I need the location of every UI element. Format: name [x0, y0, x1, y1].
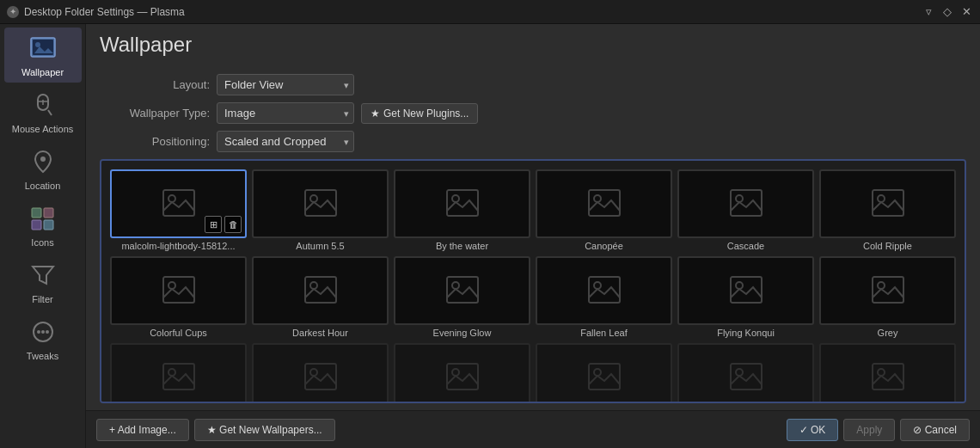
wallpaper-item[interactable]: By the water — [392, 168, 532, 253]
bottom-left-actions: + Add Image... ★ Get New Wallpapers... — [96, 419, 335, 441]
sidebar-item-wallpaper-label: Wallpaper — [21, 67, 64, 77]
page-title: Wallpaper — [86, 24, 980, 60]
bottom-bar: + Add Image... ★ Get New Wallpapers... ✓… — [86, 410, 980, 448]
ok-button[interactable]: ✓ OK — [787, 419, 839, 441]
svg-rect-24 — [589, 190, 620, 216]
wallpaper-thumb-inner — [821, 345, 954, 403]
wallpaper-icon — [28, 33, 58, 64]
wallpaper-item[interactable]: ⊞ 🗑 malcolm-lightbody-15812... — [108, 168, 248, 253]
wallpaper-name: Cold Ripple — [819, 241, 956, 251]
svg-rect-44 — [305, 364, 336, 390]
svg-point-8 — [40, 156, 46, 162]
title-bar-left: ✦ Desktop Folder Settings — Plasma — [7, 6, 185, 18]
wallpaper-item[interactable]: Flying Konqui — [676, 255, 816, 340]
positioning-row: Positioning: Scaled and Cropped Scaled C… — [107, 131, 959, 152]
wallpaper-item[interactable] — [534, 341, 674, 403]
get-plugins-button[interactable]: ★ Get New Plugins... — [361, 103, 478, 124]
sidebar-item-mouse-actions[interactable]: Mouse Actions — [4, 84, 82, 139]
get-wallpapers-button[interactable]: ★ Get New Wallpapers... — [194, 419, 335, 441]
title-bar-text: Desktop Folder Settings — Plasma — [24, 6, 185, 18]
wallpaper-thumb-inner — [537, 171, 671, 236]
wallpaper-item[interactable]: Canopée — [534, 168, 674, 253]
wallpaper-type-select[interactable]: Image Color Slideshow — [217, 102, 354, 124]
svg-rect-26 — [731, 190, 762, 216]
layout-select[interactable]: Folder View Desktop — [217, 74, 354, 95]
wallpaper-item[interactable]: Cold Ripple — [818, 168, 958, 253]
wallpaper-item[interactable] — [392, 341, 532, 403]
thumb-configure-icon[interactable]: ⊞ — [205, 216, 222, 233]
wallpaper-item[interactable]: Evening Glow — [392, 255, 532, 340]
maximize-button[interactable]: ◇ — [940, 5, 954, 19]
sidebar-item-wallpaper[interactable]: Wallpaper — [4, 28, 82, 83]
wallpaper-thumb-inner — [821, 258, 954, 323]
tweaks-icon — [28, 316, 58, 347]
wallpaper-thumb-inner — [254, 171, 387, 236]
wallpaper-name: malcolm-lightbody-15812... — [110, 241, 247, 251]
wallpaper-thumb-inner — [679, 345, 812, 403]
svg-rect-40 — [873, 277, 903, 303]
wallpaper-item[interactable]: Grey — [818, 255, 958, 340]
wallpaper-thumb-inner — [112, 258, 245, 323]
wallpaper-item[interactable] — [676, 341, 816, 403]
wallpaper-item[interactable] — [818, 341, 958, 403]
wallpaper-thumb-inner — [254, 258, 387, 323]
wallpaper-thumb-inner — [821, 171, 954, 236]
minimize-button[interactable]: ▿ — [922, 5, 935, 19]
svg-rect-52 — [873, 364, 903, 390]
wallpaper-name: Cascade — [677, 241, 814, 251]
add-image-label: + Add Image... — [109, 424, 176, 436]
close-button[interactable]: ✕ — [959, 5, 973, 19]
wallpaper-name: Autumn 5.5 — [252, 241, 389, 251]
wallpaper-item[interactable] — [250, 341, 390, 403]
positioning-select-wrapper: Scaled and Cropped Scaled Cropped Center… — [217, 131, 354, 152]
wallpaper-item[interactable]: Colorful Cups — [108, 255, 248, 340]
wallpaper-grid-area: ⊞ 🗑 malcolm-lightbody-15812... Autumn 5.… — [100, 159, 966, 403]
add-image-button[interactable]: + Add Image... — [96, 419, 189, 441]
wallpaper-thumb-inner — [537, 345, 671, 403]
svg-rect-42 — [163, 364, 194, 390]
wallpaper-thumb-inner — [254, 345, 387, 403]
sidebar-item-icons-label: Icons — [31, 237, 53, 248]
cancel-label: ⊘ Cancel — [913, 424, 957, 436]
wallpaper-thumbnail — [677, 256, 814, 325]
wallpaper-thumbnail — [536, 256, 672, 325]
svg-rect-18 — [163, 190, 194, 216]
wallpaper-thumbnail — [394, 343, 530, 403]
wallpaper-item[interactable]: Cascade — [676, 168, 816, 253]
layout-row: Layout: Folder View Desktop — [107, 74, 959, 95]
wallpaper-thumbnail — [536, 169, 672, 238]
title-bar-controls[interactable]: ▿ ◇ ✕ — [922, 5, 973, 19]
location-icon — [28, 146, 58, 177]
icons-icon — [28, 203, 58, 234]
wallpaper-name: Flying Konqui — [677, 328, 814, 338]
sidebar-item-location[interactable]: Location — [4, 141, 82, 196]
sidebar-item-tweaks-label: Tweaks — [27, 351, 58, 361]
wallpaper-item[interactable]: Fallen Leaf — [534, 255, 674, 340]
svg-rect-9 — [32, 208, 41, 218]
svg-line-7 — [48, 110, 52, 115]
sidebar-item-filter[interactable]: Filter — [4, 255, 82, 310]
wallpaper-item[interactable]: Darkest Hour — [250, 255, 390, 340]
positioning-select[interactable]: Scaled and Cropped Scaled Cropped Center… — [217, 131, 354, 152]
wallpaper-item[interactable]: Autumn 5.5 — [250, 168, 390, 253]
thumb-delete-icon[interactable]: 🗑 — [224, 216, 242, 233]
get-wallpapers-label: ★ Get New Wallpapers... — [207, 424, 322, 436]
cancel-button[interactable]: ⊘ Cancel — [900, 419, 970, 441]
sidebar-item-tweaks[interactable]: Tweaks — [4, 311, 82, 366]
thumb-overlay-icons: ⊞ 🗑 — [205, 216, 242, 233]
svg-rect-11 — [32, 220, 41, 230]
sidebar-item-icons[interactable]: Icons — [4, 198, 82, 253]
apply-button[interactable]: Apply — [843, 419, 895, 441]
svg-rect-32 — [305, 277, 336, 303]
wallpaper-thumb-inner — [395, 258, 529, 323]
svg-point-15 — [37, 330, 40, 334]
svg-rect-22 — [447, 190, 478, 216]
wallpaper-thumbnail: ⊞ 🗑 — [110, 169, 247, 238]
wallpaper-name: Evening Glow — [394, 328, 530, 338]
svg-rect-34 — [447, 277, 478, 303]
svg-rect-50 — [731, 364, 762, 390]
sidebar: Wallpaper Mouse Actions Location — [0, 24, 86, 448]
wallpaper-item[interactable] — [108, 341, 248, 403]
wallpaper-type-row: Wallpaper Type: Image Color Slideshow ★ … — [107, 102, 959, 124]
bottom-right-actions: ✓ OK Apply ⊘ Cancel — [787, 419, 970, 441]
